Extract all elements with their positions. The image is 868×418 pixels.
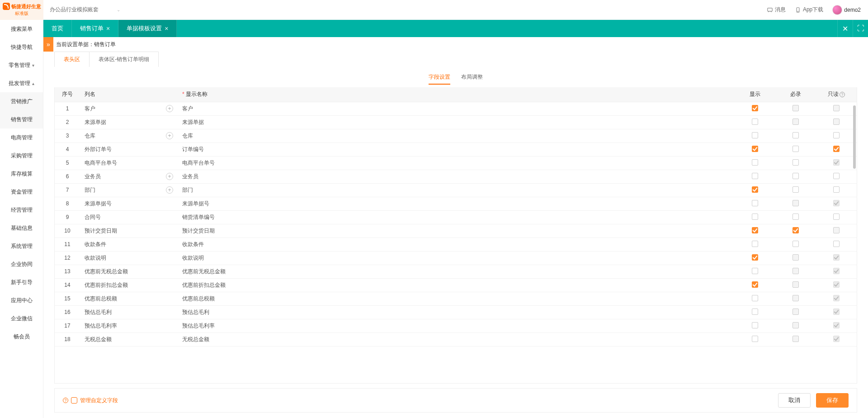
- sidebar-item-7[interactable]: 采购管理: [0, 147, 43, 165]
- collapse-toggle[interactable]: »: [43, 37, 53, 52]
- checkbox[interactable]: [793, 159, 799, 166]
- display-name-input[interactable]: [182, 214, 730, 220]
- checkbox[interactable]: [752, 146, 758, 152]
- checkbox[interactable]: [752, 254, 758, 261]
- checkbox[interactable]: [793, 173, 799, 179]
- add-icon[interactable]: +: [166, 132, 173, 139]
- sidebar-item-13[interactable]: 企业协同: [0, 255, 43, 273]
- cell-seq: 18: [55, 332, 80, 346]
- display-name-input[interactable]: [182, 309, 730, 315]
- checkbox[interactable]: [752, 214, 758, 220]
- checkbox[interactable]: [752, 227, 758, 233]
- display-name-input[interactable]: [182, 241, 730, 247]
- cancel-button[interactable]: 取消: [778, 393, 811, 408]
- display-name-input[interactable]: [182, 255, 730, 261]
- checkbox[interactable]: [752, 241, 758, 247]
- checkbox[interactable]: [752, 281, 758, 288]
- add-icon[interactable]: +: [166, 105, 173, 112]
- checkbox[interactable]: [752, 336, 758, 342]
- sidebar-item-16[interactable]: 企业微信: [0, 309, 43, 328]
- sidebar-item-3[interactable]: 批发管理▴: [0, 74, 43, 92]
- checkbox[interactable]: [793, 132, 799, 138]
- display-name-input[interactable]: [182, 160, 730, 166]
- checkbox[interactable]: [752, 186, 758, 193]
- checkbox[interactable]: [793, 214, 799, 220]
- account-set-select[interactable]: 办公品行业模拟账套 ⌄: [50, 6, 120, 14]
- sidebar-item-6[interactable]: 电商管理: [0, 128, 43, 147]
- checkbox[interactable]: [793, 146, 799, 152]
- checkbox[interactable]: [793, 241, 799, 247]
- fullscreen-button[interactable]: ⛶: [853, 20, 868, 37]
- sidebar-item-14[interactable]: 新手引导: [0, 273, 43, 291]
- display-name-input[interactable]: [182, 187, 730, 193]
- sidebar-item-15[interactable]: 应用中心: [0, 291, 43, 309]
- checkbox[interactable]: [752, 309, 758, 315]
- checkbox[interactable]: [752, 105, 758, 111]
- sidebar-item-17[interactable]: 畅会员: [0, 328, 43, 346]
- sidebar-item-8[interactable]: 库存核算: [0, 165, 43, 183]
- sidebar-item-12[interactable]: 系统管理: [0, 237, 43, 255]
- display-name-input[interactable]: [182, 173, 730, 180]
- checkbox[interactable]: [752, 268, 758, 274]
- zone-tab-body[interactable]: 表体区-销售订单明细: [89, 52, 159, 67]
- close-icon[interactable]: ×: [165, 25, 168, 32]
- display-name-input[interactable]: [182, 105, 730, 112]
- display-name-input[interactable]: [182, 133, 730, 139]
- close-all-button[interactable]: ✕: [837, 20, 853, 37]
- sub-tab-layout[interactable]: 布局调整: [461, 73, 483, 85]
- checkbox[interactable]: [752, 295, 758, 301]
- sidebar-item-1[interactable]: 快捷导航: [0, 38, 43, 56]
- sidebar-item-9[interactable]: 资金管理: [0, 183, 43, 201]
- checkbox[interactable]: [793, 186, 799, 193]
- app-download-link[interactable]: App下载: [795, 6, 823, 14]
- close-icon[interactable]: ×: [106, 25, 110, 32]
- checkbox[interactable]: [793, 227, 799, 233]
- tab-sales-order[interactable]: 销售订单 ×: [72, 20, 118, 37]
- user-menu[interactable]: demo2: [832, 5, 861, 15]
- checkbox[interactable]: [752, 173, 758, 179]
- cell-seq: 14: [55, 278, 80, 292]
- manage-custom-fields-link[interactable]: ? 管理自定义字段: [63, 397, 118, 404]
- help-icon[interactable]: ?: [840, 92, 845, 97]
- add-icon[interactable]: +: [166, 173, 173, 180]
- checkbox[interactable]: [833, 132, 840, 138]
- display-name-input[interactable]: [182, 336, 730, 342]
- tab-template-settings[interactable]: 单据模板设置 ×: [118, 20, 177, 37]
- checkbox[interactable]: [833, 214, 840, 220]
- display-name-input[interactable]: [182, 119, 730, 125]
- checkbox[interactable]: [833, 241, 840, 247]
- tab-home[interactable]: 首页: [43, 20, 72, 37]
- checkbox[interactable]: [752, 322, 758, 328]
- zone-tabs: 表头区 表体区-销售订单明细: [54, 52, 857, 67]
- sidebar-item-10[interactable]: 经营管理: [0, 201, 43, 219]
- main-area: 首页 销售订单 × 单据模板设置 × ✕ ⛶ » 当前设置单据：销售订单 表头区: [43, 20, 868, 418]
- display-name-input[interactable]: [182, 228, 730, 234]
- display-name-input[interactable]: [182, 282, 730, 288]
- checkbox[interactable]: [752, 119, 758, 125]
- display-name-input[interactable]: [182, 323, 730, 329]
- fields-table-wrap[interactable]: 序号 列名 *显示名称 显示 必录 只读? 1客户+2来源单据3仓库+4外部订单…: [54, 87, 857, 384]
- sidebar-item-4[interactable]: 营销推广: [0, 92, 43, 110]
- save-button[interactable]: 保存: [816, 393, 849, 408]
- display-name-input[interactable]: [182, 146, 730, 152]
- sidebar-item-5[interactable]: 销售管理: [0, 110, 43, 128]
- zone-tab-header[interactable]: 表头区: [54, 52, 90, 67]
- messages-link[interactable]: 消息: [767, 6, 786, 14]
- checkbox[interactable]: [752, 132, 758, 138]
- display-name-input[interactable]: [182, 268, 730, 275]
- checkbox[interactable]: [833, 146, 840, 152]
- checkbox[interactable]: [833, 173, 840, 179]
- display-name-input[interactable]: [182, 295, 730, 302]
- sidebar-item-0[interactable]: 搜索菜单: [0, 20, 43, 38]
- sub-tab-fields[interactable]: 字段设置: [429, 73, 450, 85]
- sidebar-item-2[interactable]: 零售管理▾: [0, 56, 43, 74]
- scrollbar[interactable]: [853, 105, 856, 169]
- cell-show: [735, 142, 775, 156]
- cell-show: [735, 210, 775, 224]
- checkbox[interactable]: [752, 200, 758, 206]
- add-icon[interactable]: +: [166, 186, 173, 194]
- sidebar-item-11[interactable]: 基础信息: [0, 219, 43, 237]
- checkbox[interactable]: [752, 159, 758, 166]
- checkbox[interactable]: [833, 186, 840, 193]
- display-name-input[interactable]: [182, 200, 730, 207]
